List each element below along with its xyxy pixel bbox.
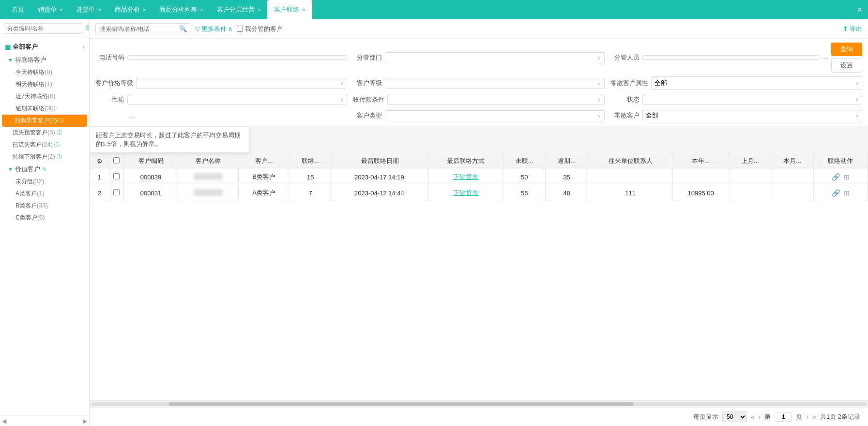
more-icon[interactable]: ···	[823, 54, 828, 61]
table-area[interactable]: ⚙ 客户编码 客户名称 客户... 联络... 最后联络日期 最后联络方式 未联…	[90, 153, 868, 400]
nav-customer-tier[interactable]: 客户分层经营 ×	[210, 0, 267, 19]
sidebar-item-7days[interactable]: 近7天待联络(0)	[3, 90, 89, 103]
close-purchase-order-icon[interactable]: ×	[98, 7, 101, 13]
filter-customer-type: 客户类型 ∨	[353, 109, 605, 122]
branch-person-select[interactable]	[642, 55, 820, 60]
filter-branch-person: 分管人员 ··· 查询 设置	[610, 43, 862, 73]
nav-sales-order[interactable]: 销货单 ×	[31, 0, 69, 19]
th-unlisted: 未联...	[503, 153, 546, 169]
per-page-select[interactable]: 50 100 200	[722, 411, 747, 422]
content-area: 🔍 ▽ 更多条件 ∧ 我分管的客户 ⬆ 导出 电话号码	[90, 19, 868, 426]
nav-home[interactable]: 首页	[5, 0, 31, 19]
filter-customer-level: 客户等级 ∨	[353, 76, 605, 90]
more-conditions-label[interactable]: ...	[95, 112, 135, 119]
settings-button[interactable]: 设置	[831, 58, 862, 73]
export-button[interactable]: ⬆ 导出	[843, 25, 862, 33]
customer-level-select[interactable]: ∨	[385, 78, 605, 89]
row1-checkbox[interactable]	[113, 173, 120, 179]
sidebar-collapse-icon[interactable]: ›	[82, 44, 84, 50]
qr-icon-2[interactable]: ⊞	[844, 189, 850, 197]
settings-icon[interactable]: ⚙	[97, 158, 103, 165]
method-link-1[interactable]: 下销货单	[453, 173, 478, 180]
first-page-button[interactable]: «	[751, 413, 755, 421]
th-unit-contact: 往来单位联系人	[588, 153, 672, 169]
close-all-tabs-button[interactable]: ×	[857, 5, 862, 15]
close-sales-order-icon[interactable]: ×	[60, 7, 62, 13]
sidebar-item-class-a[interactable]: A类客户(1)	[3, 188, 89, 200]
nav-customer-contact[interactable]: 客户联络 ×	[267, 0, 312, 19]
link-icon-2[interactable]: 🔗	[832, 189, 840, 197]
retail-customer-select[interactable]: 全部 ∨	[642, 109, 862, 122]
total-label: 共1页 2条记录	[820, 412, 860, 421]
gender-label: 性质	[95, 95, 124, 104]
status-select[interactable]: ∨	[642, 94, 862, 105]
filter-panel: 电话号码 分管部门 ∨ 分管人员 ··· 查询 设置	[90, 39, 868, 127]
chevron-down-icon6: ∨	[597, 96, 601, 103]
horizontal-scrollbar[interactable]	[90, 400, 868, 407]
search-icon[interactable]: 🔍	[179, 25, 187, 32]
sidebar-item-declining[interactable]: 持续下滑客户(2) ⓘ	[0, 151, 89, 163]
customer-price-select[interactable]: ∨	[136, 78, 347, 89]
customer-level-label: 客户等级	[353, 79, 382, 88]
retail-attr-label: 零散客户属性	[610, 79, 648, 88]
more-conditions-button[interactable]: ▽ 更多条件 ∧	[195, 25, 233, 33]
sidebar-item-overdue[interactable]: 逾期未联络(30)	[3, 103, 89, 115]
cell-num-1: 1	[90, 169, 109, 185]
sidebar-right-arrow[interactable]: ▶	[83, 418, 87, 425]
filter-icon: ▽	[195, 25, 200, 32]
method-link-2[interactable]: 下销货单	[453, 189, 478, 196]
sidebar-search-input[interactable]	[4, 23, 83, 34]
cell-contact-1: 15	[289, 169, 332, 185]
sidebar-item-abnormal-repurchase[interactable]: 回购异常客户(2) ⓘ	[2, 115, 87, 127]
close-customer-tier-icon[interactable]: ×	[258, 7, 260, 13]
qr-icon-1[interactable]: ⊞	[844, 173, 850, 181]
link-icon-1[interactable]: 🔗	[832, 173, 840, 181]
sidebar-all-customers[interactable]: ▦ 全部客户 ›	[0, 40, 89, 54]
branch-dept-select[interactable]: ∨	[385, 52, 605, 63]
phone-input[interactable]	[127, 55, 347, 60]
sidebar-item-tomorrow[interactable]: 明天待联络(1)	[3, 78, 89, 90]
sidebar-item-today[interactable]: 今天待联络(0)	[3, 66, 89, 78]
my-customers-checkbox[interactable]	[237, 26, 243, 32]
pending-contact-header[interactable]: ▼ 待联络客户	[3, 54, 89, 66]
chevron-up-icon: ∧	[228, 25, 233, 32]
nav-product-analysis[interactable]: 商品分析 ×	[108, 0, 152, 19]
close-product-analysis-list-icon[interactable]: ×	[200, 7, 203, 13]
last-page-button[interactable]: »	[812, 413, 816, 421]
th-settings[interactable]: ⚙	[90, 153, 109, 169]
row2-checkbox[interactable]	[113, 189, 120, 195]
search-input[interactable]	[100, 26, 177, 32]
retail-attr-select[interactable]: 全部 ∨	[651, 76, 862, 90]
sidebar-item-churn-warning[interactable]: 流失预警客户(3) ⓘ	[0, 127, 89, 139]
payment-select[interactable]: ∨	[387, 94, 605, 105]
table-row: 2 000031 A类客户 7 2023-04-12 14:44: 下销货单 5…	[90, 185, 868, 201]
sidebar-left-arrow[interactable]: ◀	[2, 418, 6, 425]
cell-code-1: 000039	[124, 169, 178, 185]
nav-purchase-order[interactable]: 进货单 ×	[69, 0, 107, 19]
next-page-button[interactable]: ›	[806, 413, 808, 421]
select-all-checkbox[interactable]	[113, 157, 120, 163]
cell-month-1	[771, 169, 813, 185]
sidebar-item-churned[interactable]: 已流失客户(24) ⓘ	[0, 139, 89, 151]
sidebar-search-icon[interactable]: 🔍	[85, 25, 90, 32]
sidebar-item-ungrouped[interactable]: 未分组(32)	[3, 176, 89, 188]
nav-product-analysis-list[interactable]: 商品分析列表 ×	[152, 0, 210, 19]
cell-unlisted-2: 55	[503, 185, 546, 201]
query-button[interactable]: 查询	[831, 43, 862, 56]
close-product-analysis-icon[interactable]: ×	[143, 7, 146, 13]
prev-page-button[interactable]: ‹	[759, 413, 761, 421]
value-customer-header[interactable]: ▼ 价值客户 ✎	[3, 163, 89, 176]
filter-retail-attr: 零散客户属性 全部 ∨	[610, 76, 862, 90]
gender-select[interactable]: ∨	[127, 94, 347, 105]
cell-last-method-2: 下销货单	[428, 185, 503, 201]
arrow2-icon: ▼	[8, 166, 13, 172]
customer-type-select[interactable]: ∨	[385, 110, 605, 121]
cell-unlisted-1: 50	[503, 169, 546, 185]
edit-icon[interactable]: ✎	[42, 166, 46, 173]
sidebar-item-class-b[interactable]: B类客户(33)	[3, 200, 89, 212]
close-customer-contact-icon[interactable]: ×	[302, 7, 305, 13]
current-page-input[interactable]	[775, 412, 792, 422]
cell-unit-1	[588, 169, 672, 185]
scrollbar-thumb[interactable]	[169, 402, 634, 406]
sidebar-item-class-c[interactable]: C类客户(6)	[3, 212, 89, 224]
